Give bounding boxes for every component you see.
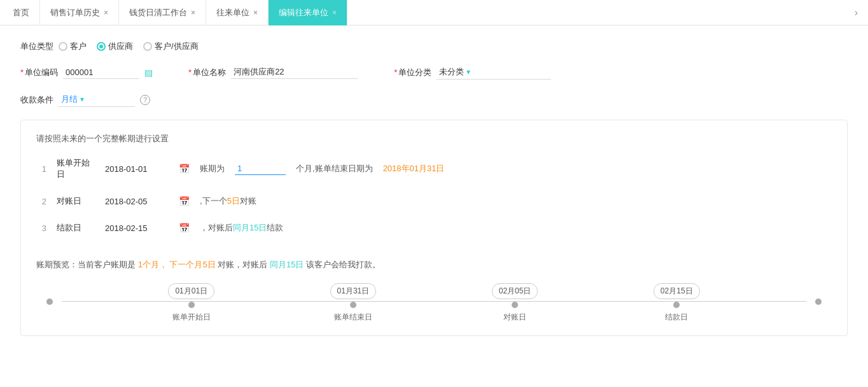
timeline-label-4: 结款日 — [665, 312, 688, 323]
unit-name-input[interactable] — [231, 66, 358, 79]
config-row-1-num: 1 — [36, 164, 46, 174]
tab-sales-history-label: 销售订单历史 — [50, 7, 100, 18]
unit-code-calendar-icon[interactable]: ▤ — [144, 67, 153, 78]
config-row-2-calendar-icon[interactable]: 📅 — [179, 196, 190, 206]
config-row-1-period-label: 账期为 — [200, 163, 225, 174]
unit-type-label: 单位类型 — [20, 41, 53, 52]
config-row-2-highlight: 5日 — [227, 196, 240, 206]
main-content: 单位类型 客户 供应商 客户/供应商 *单位编码 — [0, 25, 868, 387]
config-row-2: 2 对账日 2018-02-05 📅 ,下一个5日对账 — [36, 195, 832, 207]
unit-code-input[interactable] — [63, 66, 139, 79]
timeline-label-3: 对账日 — [503, 312, 526, 323]
payment-condition-group: 收款条件 月结 ▾ ? — [20, 92, 150, 107]
unit-type-row: 单位类型 客户 供应商 客户/供应商 — [20, 41, 848, 52]
tab-partner-close[interactable]: × — [253, 8, 258, 17]
radio-both-circle — [143, 42, 152, 51]
timeline-point-3: 02月05日 对账日 — [492, 283, 538, 323]
tab-home-label: 首页 — [13, 7, 29, 18]
tabs-scroll-right[interactable]: › — [850, 7, 863, 18]
config-row-2-date: 2018-02-05 — [105, 197, 169, 206]
radio-supplier-circle — [97, 42, 106, 51]
payment-condition-arrow-icon: ▾ — [80, 95, 84, 104]
unit-name-label: *单位名称 — [188, 67, 226, 78]
timeline-bubble-1: 01月01日 — [168, 283, 214, 299]
tab-cash-work[interactable]: 钱货日清工作台 × — [119, 0, 206, 25]
tab-edit-partner-label: 编辑往来单位 — [279, 7, 328, 18]
timeline-dot-3 — [512, 302, 518, 308]
timeline-point-2: 01月31日 账单结束日 — [330, 283, 377, 323]
tab-sales-history[interactable]: 销售订单历史 × — [40, 0, 119, 25]
config-row-2-desc: ,下一个5日对账 — [200, 195, 256, 207]
timeline-points: 01月01日 账单开始日 01月31日 账单结束日 02月05日 对账日 — [46, 283, 822, 323]
timeline-bubble-3: 02月05日 — [492, 283, 538, 299]
timeline-end-circle — [815, 299, 822, 305]
tab-edit-partner[interactable]: 编辑往来单位 × — [269, 0, 347, 25]
config-row-3-desc: ，对账后同月15日结款 — [200, 222, 283, 234]
tab-sales-history-close[interactable]: × — [104, 8, 108, 17]
unit-info-row: *单位编码 ▤ *单位名称 *单位分类 未分类 ▾ — [20, 65, 848, 80]
unit-category-dropdown[interactable]: 未分类 ▾ — [437, 65, 551, 80]
radio-supplier[interactable]: 供应商 — [97, 41, 133, 52]
timeline-dot-4 — [673, 302, 680, 308]
config-panel: 请按照未来的一个完整帐期进行设置 1 账单开始日 2018-01-01 📅 账期… — [20, 120, 848, 336]
period-input[interactable] — [235, 162, 286, 175]
payment-help-icon[interactable]: ? — [140, 95, 150, 105]
config-row-2-num: 2 — [36, 197, 46, 206]
timeline-label-1: 账单开始日 — [172, 312, 211, 323]
tabs-bar: 首页 销售订单历史 × 钱货日清工作台 × 往来单位 × 编辑往来单位 × › — [0, 0, 868, 25]
timeline-bubble-4: 02月15日 — [654, 283, 700, 299]
config-row-1: 1 账单开始日 2018-01-01 📅 账期为 个月,账单结束日期为 2018… — [36, 157, 832, 180]
config-row-1-end-date: 2018年01月31日 — [383, 163, 445, 174]
unit-code-group: *单位编码 ▤ — [20, 66, 153, 79]
payment-row: 收款条件 月结 ▾ ? — [20, 92, 848, 107]
timeline-container: 01月01日 账单开始日 01月31日 账单结束日 02月05日 对账日 — [36, 283, 832, 323]
unit-type-group: 单位类型 客户 供应商 客户/供应商 — [20, 41, 199, 52]
preview-p3: 同月15日 — [270, 260, 304, 269]
unit-category-arrow-icon: ▾ — [466, 67, 470, 76]
config-row-3-num: 3 — [36, 223, 46, 233]
tab-partner[interactable]: 往来单位 × — [206, 0, 269, 25]
radio-both-label: 客户/供应商 — [155, 41, 199, 52]
panel-title: 请按照未来的一个完整帐期进行设置 — [36, 133, 832, 144]
timeline-start-dot — [46, 283, 53, 309]
preview-end: 该客户会给我打款。 — [306, 260, 381, 269]
tab-home[interactable]: 首页 — [5, 0, 40, 25]
config-row-2-label: 对账日 — [57, 195, 95, 207]
timeline-start-circle — [46, 299, 53, 305]
radio-customer[interactable]: 客户 — [59, 41, 87, 52]
preview-m: 对账，对账后 — [218, 260, 267, 269]
timeline-dot-1 — [188, 302, 195, 308]
config-row-1-calendar-icon[interactable]: 📅 — [179, 164, 190, 174]
payment-condition-label: 收款条件 — [20, 94, 53, 106]
config-row-3-date: 2018-02-15 — [105, 223, 169, 233]
timeline-end-dot — [815, 283, 822, 309]
payment-condition-value: 月结 — [61, 94, 78, 105]
unit-category-value: 未分类 — [439, 66, 464, 78]
timeline-point-1: 01月01日 账单开始日 — [168, 283, 214, 323]
radio-customer-label: 客户 — [70, 41, 87, 52]
unit-category-group: *单位分类 未分类 ▾ — [394, 65, 551, 80]
config-row-3-label: 结款日 — [57, 222, 95, 234]
timeline-label-2: 账单结束日 — [334, 312, 372, 323]
config-row-1-date: 2018-01-01 — [105, 164, 169, 174]
unit-category-label: *单位分类 — [394, 67, 431, 78]
unit-name-group: *单位名称 — [188, 66, 358, 79]
unit-code-label: *单位编码 — [20, 67, 58, 78]
radio-supplier-label: 供应商 — [108, 41, 133, 52]
preview-p2: 下一个月5日 — [169, 260, 215, 269]
preview-p1: 1个月， — [138, 260, 167, 269]
tab-cash-work-close[interactable]: × — [191, 8, 195, 17]
config-row-1-period-unit: 个月,账单结束日期为 — [296, 163, 373, 174]
config-row-3-calendar-icon[interactable]: 📅 — [179, 223, 190, 233]
config-row-3-highlight: 同月15日 — [233, 223, 267, 232]
tab-partner-label: 往来单位 — [216, 7, 249, 18]
tab-edit-partner-close[interactable]: × — [332, 8, 337, 17]
timeline-point-4: 02月15日 结款日 — [654, 283, 700, 323]
tab-cash-work-label: 钱货日清工作台 — [129, 7, 187, 18]
radio-both[interactable]: 客户/供应商 — [143, 41, 199, 52]
timeline-dot-2 — [350, 302, 356, 308]
config-row-3: 3 结款日 2018-02-15 📅 ，对账后同月15日结款 — [36, 222, 832, 234]
payment-condition-dropdown[interactable]: 月结 ▾ — [59, 92, 135, 107]
config-row-1-label: 账单开始日 — [57, 157, 95, 180]
preview-section: 账期预览：当前客户账期是 1个月， 下一个月5日 对账，对账后 同月15日 该客… — [36, 249, 832, 278]
